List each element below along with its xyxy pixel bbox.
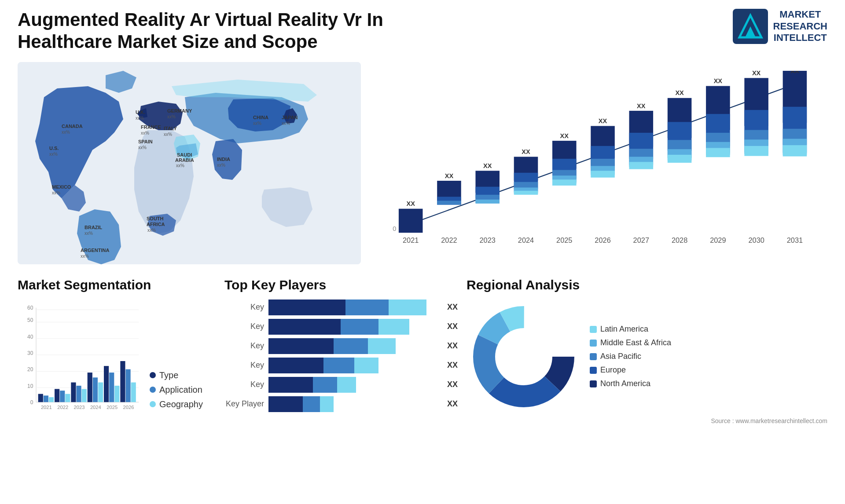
source-text: Source : www.marketresearchintellect.com (467, 417, 827, 424)
logo-icon (733, 9, 768, 44)
svg-text:xx%: xx% (253, 121, 261, 126)
svg-text:xx%: xx% (164, 132, 172, 137)
svg-rect-55 (437, 201, 461, 205)
svg-text:GERMANY: GERMANY (167, 108, 192, 113)
legend-geography: Geography (150, 399, 203, 409)
bar-seg-light (389, 299, 426, 315)
svg-text:MEXICO: MEXICO (52, 184, 71, 190)
svg-text:XX: XX (522, 148, 530, 155)
regional-legend: Latin America Middle East & Africa Asia … (590, 325, 671, 388)
svg-rect-108 (783, 145, 807, 156)
player-row-1: Key XX (224, 299, 458, 315)
svg-text:20: 20 (27, 366, 33, 373)
player-val-5: XX (447, 380, 458, 389)
svg-text:10: 10 (27, 383, 33, 389)
svg-rect-138 (93, 377, 98, 402)
svg-rect-127 (49, 397, 54, 402)
svg-rect-130 (60, 391, 65, 402)
type-label: Type (159, 370, 178, 380)
svg-rect-84 (629, 162, 654, 169)
svg-text:SOUTH: SOUTH (147, 216, 164, 221)
svg-text:XX: XX (599, 117, 607, 124)
svg-text:30: 30 (27, 350, 33, 356)
bar-seg-mid (345, 299, 388, 315)
svg-rect-78 (591, 171, 615, 177)
player-bar-4 (268, 358, 440, 373)
application-dot (150, 387, 156, 393)
player-bar-6 (268, 396, 440, 412)
svg-text:XX: XX (790, 71, 799, 74)
svg-text:xx%: xx% (217, 163, 225, 168)
svg-text:2021: 2021 (403, 236, 419, 244)
svg-rect-142 (109, 373, 114, 402)
svg-text:CANADA: CANADA (62, 124, 83, 129)
svg-text:XX: XX (483, 162, 492, 169)
player-val-4: XX (447, 361, 458, 370)
application-label: Application (159, 385, 202, 395)
svg-rect-72 (552, 179, 577, 186)
svg-text:ARABIA: ARABIA (175, 157, 194, 163)
donut-svg (467, 299, 581, 414)
player-row-4: Key XX (224, 358, 458, 373)
svg-rect-126 (44, 395, 48, 402)
europe-label: Europe (600, 365, 626, 375)
svg-rect-147 (131, 382, 136, 402)
header: Augmented Reality Ar Virtual Reality Vr … (18, 9, 827, 53)
bar-seg-dark (268, 299, 345, 315)
world-map-svg: CANADA xx% U.S. xx% MEXICO xx% BRAZIL xx… (18, 62, 361, 264)
bar-chart-svg: XX 0 2021 2022 2023 2024 2025 2026 2027 … (383, 71, 819, 247)
players-chart: Key XX Key XX (224, 299, 458, 412)
svg-text:2022: 2022 (441, 236, 457, 244)
player-row-5: Key XX (224, 377, 458, 393)
player-label-2: Key (224, 322, 264, 331)
svg-rect-135 (82, 389, 87, 402)
player-val-1: XX (447, 303, 458, 312)
player-bar-3 (268, 338, 440, 354)
seg-chart-svg: 0 10 20 30 40 50 60 (18, 299, 141, 423)
player-label-4: Key (224, 361, 264, 370)
player-bar-1 (268, 299, 440, 315)
svg-text:xx%: xx% (49, 152, 58, 157)
svg-text:XX: XX (637, 102, 646, 109)
svg-text:2022: 2022 (57, 405, 68, 410)
svg-text:xx%: xx% (138, 145, 147, 150)
player-val-6: XX (447, 399, 458, 409)
svg-rect-102 (744, 146, 768, 156)
legend-application: Application (150, 385, 203, 395)
svg-text:FRANCE: FRANCE (141, 124, 161, 130)
svg-text:xx%: xx% (282, 121, 290, 126)
svg-text:xx%: xx% (84, 231, 93, 236)
player-bar-2 (268, 319, 440, 335)
player-bar-5 (268, 377, 440, 393)
svg-text:2025: 2025 (556, 236, 572, 244)
svg-text:ARGENTINA: ARGENTINA (81, 248, 109, 253)
segmentation-title: Market Segmentation (18, 278, 216, 292)
geography-label: Geography (159, 399, 203, 409)
svg-text:xx%: xx% (167, 114, 176, 119)
svg-text:xx%: xx% (52, 190, 60, 195)
svg-text:2027: 2027 (633, 236, 649, 244)
legend-latin-america: Latin America (590, 325, 671, 334)
svg-text:xx%: xx% (81, 254, 89, 259)
svg-rect-141 (104, 366, 109, 402)
logo-area: MARKET RESEARCH INTELLECT (733, 9, 827, 44)
regional-section: Regional Analysis (467, 278, 827, 467)
seg-chart-area: 0 10 20 30 40 50 60 (18, 299, 216, 423)
svg-rect-129 (55, 389, 59, 402)
svg-text:U.S.: U.S. (49, 146, 59, 151)
svg-rect-66 (514, 191, 538, 195)
svg-rect-60 (475, 200, 500, 204)
player-label-5: Key (224, 380, 264, 389)
legend-asia-pacific: Asia Pacific (590, 352, 671, 361)
latin-america-dot (590, 326, 597, 333)
svg-text:2023: 2023 (74, 405, 85, 410)
segmentation-legend: Type Application Geography (150, 370, 203, 423)
player-row-3: Key XX (224, 338, 458, 354)
regional-inner: Latin America Middle East & Africa Asia … (467, 299, 827, 414)
legend-mea: Middle East & Africa (590, 338, 671, 347)
legend-type: Type (150, 370, 203, 380)
regional-title: Regional Analysis (467, 278, 827, 292)
bar-chart-container: XX 0 2021 2022 2023 2024 2025 2026 2027 … (374, 62, 827, 264)
player-row-2: Key XX (224, 319, 458, 335)
mea-label: Middle East & Africa (600, 338, 671, 347)
